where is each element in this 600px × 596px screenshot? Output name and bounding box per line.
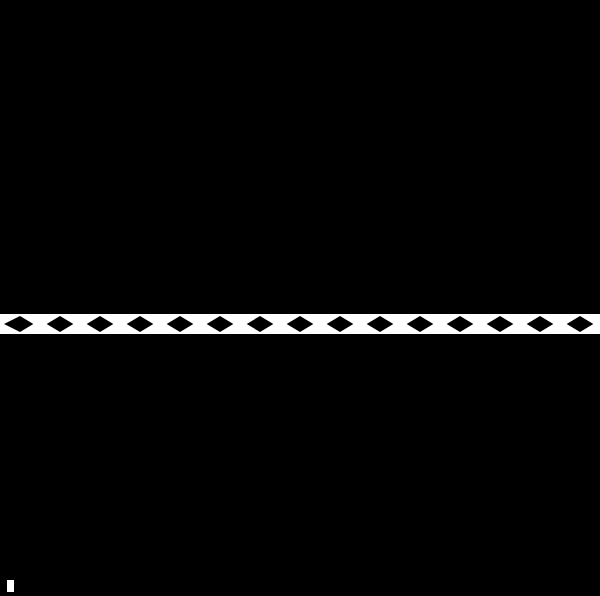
blank-line: [6, 410, 594, 424]
svg-marker-0: [0, 314, 600, 328]
cursor-icon: [7, 580, 14, 592]
blank-line: [6, 86, 594, 100]
command-prompt-window[interactable]: [0, 0, 600, 596]
blank-line: [6, 522, 594, 536]
blank-line: [6, 156, 594, 170]
prompt-idle[interactable]: [6, 578, 594, 592]
torn-edge-icon: [6, 312, 594, 336]
svg-marker-1: [0, 320, 600, 334]
